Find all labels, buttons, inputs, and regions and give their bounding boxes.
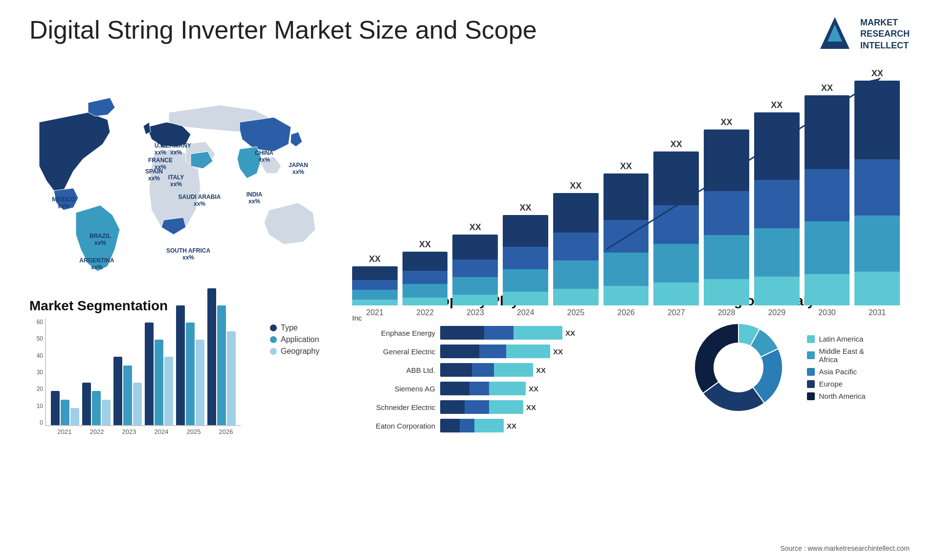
player-bar-seg1	[440, 363, 472, 377]
bar-segment	[805, 221, 850, 274]
seg-bar	[61, 400, 69, 426]
seg-bar	[51, 391, 60, 425]
seg-bar-group	[176, 305, 204, 425]
bar-stack	[704, 129, 749, 305]
bar-year-label: 2027	[668, 308, 685, 317]
bar-segment	[805, 95, 850, 169]
logo-text: MARKETRESEARCHINTELLECT	[860, 17, 910, 51]
player-bar-wrap: XX	[440, 400, 621, 414]
player-bar-seg3	[489, 400, 523, 414]
player-bar-seg2	[470, 382, 489, 395]
bar-group: XX2022	[402, 239, 448, 317]
bar-segment	[653, 205, 699, 244]
bar-year-label: 2023	[467, 308, 484, 317]
bar-segment	[604, 253, 649, 286]
seg-chart-wrapper: 60 50 40 30 20 10 0 20212022202320242025…	[29, 319, 333, 435]
player-bar-seg2	[479, 345, 506, 358]
player-bar-wrap: XX	[440, 345, 621, 358]
bar-segment	[503, 269, 548, 292]
bar-year-label: 2022	[416, 308, 434, 317]
seg-chart-area	[45, 319, 241, 426]
bar-chart-area: XX2021XX2022XX2023XX2024XX2025XX2026XX20…	[352, 68, 900, 337]
bar-segment	[402, 271, 448, 284]
seg-x-label: 2024	[147, 428, 176, 435]
bar-xx-label: XX	[671, 139, 682, 150]
seg-bar-group	[82, 383, 111, 426]
bar-segment	[352, 290, 398, 300]
player-xx-label: XX	[536, 366, 546, 374]
bar-year-label: 2024	[517, 308, 535, 317]
bar-year-label: 2025	[567, 308, 585, 317]
player-bar-seg2	[472, 363, 494, 377]
player-row: Siemens AGXX	[352, 382, 621, 395]
player-xx-label: XX	[507, 422, 516, 430]
bar-stack	[604, 173, 649, 305]
player-bar-seg2	[465, 400, 489, 414]
seg-legend: Type Application Geography	[270, 323, 319, 435]
legend-dot-geography	[270, 348, 277, 355]
player-name: General Electric	[352, 347, 435, 356]
bar-stack	[503, 215, 548, 305]
bar-segment	[704, 235, 749, 279]
bar-year-label: 2021	[366, 308, 384, 317]
bar-xx-label: XX	[520, 203, 532, 213]
bar-segment	[604, 220, 649, 253]
player-bar-wrap: XX	[440, 382, 621, 395]
seg-bar	[102, 400, 111, 426]
y-label-10: 10	[37, 403, 43, 409]
bar-segment	[452, 277, 498, 295]
seg-bar-group	[145, 323, 173, 425]
player-row: General ElectricXX	[352, 345, 621, 358]
bar-segment	[553, 260, 599, 289]
seg-bar	[164, 357, 173, 425]
seg-x-labels: 202120222023202420252026	[45, 428, 241, 435]
player-xx-label: XX	[529, 385, 538, 393]
player-name: Eaton Corporation	[352, 422, 435, 430]
bar-segment	[604, 286, 649, 306]
seg-x-label: 2021	[50, 428, 79, 435]
bar-group: XX2024	[503, 203, 548, 317]
bar-segment	[553, 233, 599, 261]
seg-x-label: 2022	[82, 428, 112, 435]
map-svg	[24, 64, 337, 279]
seg-bar	[217, 305, 226, 425]
bar-segment	[754, 277, 800, 305]
seg-x-label: 2025	[179, 428, 208, 435]
bar-segment	[704, 191, 749, 235]
donut-legend-item: Asia Pacific	[807, 367, 865, 376]
bar-stack	[452, 235, 498, 305]
seg-bar	[155, 340, 163, 425]
bar-xx-label: XX	[771, 100, 782, 110]
bar-segment	[653, 282, 699, 305]
legend-label-application: Application	[281, 335, 319, 344]
player-row: Schneider ElectricXX	[352, 400, 621, 414]
player-name: Schneider Electric	[352, 403, 435, 411]
bar-group: XX2027	[653, 139, 699, 317]
legend-geography: Geography	[270, 347, 319, 356]
player-bar	[440, 400, 523, 414]
bar-segment	[754, 180, 800, 228]
bar-segment	[402, 298, 448, 306]
seg-bar	[176, 305, 185, 425]
bar-stack	[805, 95, 850, 305]
bar-stack	[754, 112, 800, 305]
bar-chart-container: XX2021XX2022XX2023XX2024XX2025XX2026XX20…	[352, 68, 900, 274]
bar-segment	[805, 274, 850, 306]
players-list: Enphase EnergyXXGeneral ElectricXXABB Lt…	[352, 326, 621, 432]
seg-bar	[145, 323, 154, 425]
legend-dot-application	[270, 336, 277, 343]
bar-segment	[503, 215, 548, 247]
player-bar-seg3	[494, 363, 533, 377]
bar-xx-label: XX	[872, 68, 883, 79]
bar-group: XX2023	[452, 222, 498, 317]
bar-xx-label: XX	[419, 239, 431, 250]
bar-segment	[452, 295, 498, 305]
player-bar	[440, 363, 533, 377]
bar-segment	[452, 235, 498, 259]
bar-segment	[352, 266, 398, 280]
bar-group: XX2025	[553, 181, 599, 317]
bar-group: XX2021	[352, 254, 398, 317]
player-name: ABB Ltd.	[352, 366, 435, 374]
y-label-30: 30	[37, 369, 43, 376]
donut-legend-color	[807, 351, 815, 359]
